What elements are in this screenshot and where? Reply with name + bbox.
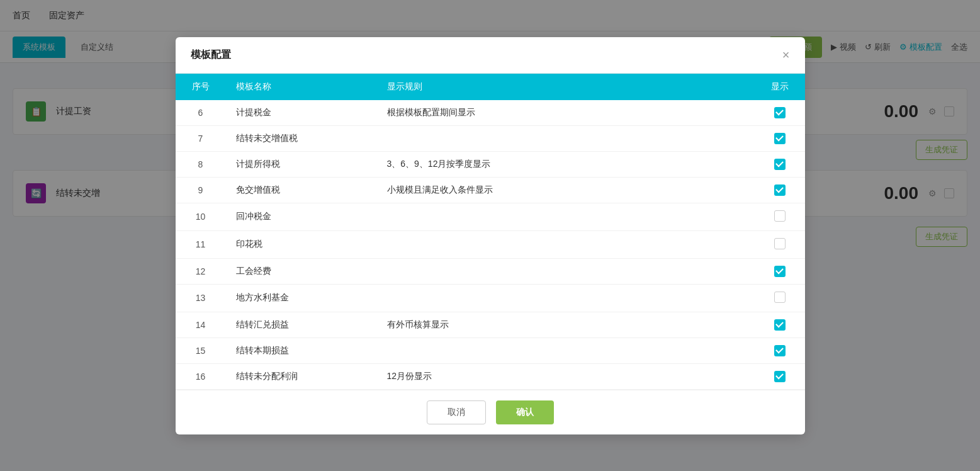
- cell-rule: [377, 338, 755, 363]
- close-icon[interactable]: ×: [782, 48, 790, 61]
- cell-name: 结转未交增值税: [226, 125, 377, 151]
- cell-seq: 6: [176, 100, 226, 126]
- table-row: 13地方水利基金: [176, 284, 805, 312]
- table-row: 9免交增值税小规模且满足收入条件显示: [176, 177, 805, 203]
- table-row: 10回冲税金: [176, 203, 805, 230]
- table-body: 6计提税金根据模板配置期间显示7结转未交增值税8计提所得税3、6、9、12月按季…: [176, 100, 805, 390]
- cell-seq: 7: [176, 125, 226, 151]
- checkbox-row-16[interactable]: [774, 371, 786, 382]
- cancel-button[interactable]: 取消: [427, 400, 486, 424]
- table-row: 11印花税: [176, 230, 805, 258]
- cell-rule: [377, 258, 755, 284]
- modal-header: 模板配置 ×: [176, 37, 805, 74]
- table-header: 序号 模板名称 显示规则 显示: [176, 74, 805, 100]
- cell-display: [755, 177, 805, 203]
- cell-seq: 9: [176, 177, 226, 203]
- table-row: 15结转本期损益: [176, 338, 805, 363]
- cell-seq: 12: [176, 258, 226, 284]
- col-name: 模板名称: [226, 74, 377, 100]
- cell-name: 计提所得税: [226, 151, 377, 177]
- cell-name: 结转本期损益: [226, 338, 377, 363]
- modal-overlay: 模板配置 × 序号 模板名称 显示规则 显示 6计提税金根据模板配置期间显示7结…: [0, 0, 980, 471]
- checkbox-row-12[interactable]: [774, 266, 786, 277]
- col-seq: 序号: [176, 74, 226, 100]
- checkbox-row-9[interactable]: [774, 184, 786, 196]
- table-row: 12工会经费: [176, 258, 805, 284]
- table-row: 6计提税金根据模板配置期间显示: [176, 100, 805, 126]
- cell-display: [755, 258, 805, 284]
- cell-display: [755, 312, 805, 338]
- cell-name: 免交增值税: [226, 177, 377, 203]
- config-table: 序号 模板名称 显示规则 显示 6计提税金根据模板配置期间显示7结转未交增值税8…: [176, 74, 805, 390]
- cell-name: 地方水利基金: [226, 284, 377, 312]
- checkbox-row-14[interactable]: [774, 319, 786, 331]
- cell-seq: 15: [176, 338, 226, 363]
- cell-name: 印花税: [226, 230, 377, 258]
- cell-rule: 12月份显示: [377, 363, 755, 389]
- checkbox-row-7[interactable]: [774, 133, 786, 144]
- cell-seq: 10: [176, 203, 226, 230]
- cell-rule: 有外币核算显示: [377, 312, 755, 338]
- cell-display: [755, 203, 805, 230]
- checkbox-row-6[interactable]: [774, 107, 786, 118]
- checkbox-row-8[interactable]: [774, 159, 786, 170]
- table-row: 7结转未交增值税: [176, 125, 805, 151]
- table-row: 16结转未分配利润12月份显示: [176, 363, 805, 389]
- cell-rule: [377, 203, 755, 230]
- cell-name: 计提税金: [226, 100, 377, 126]
- cell-seq: 8: [176, 151, 226, 177]
- cell-display: [755, 363, 805, 389]
- checkbox-row-10[interactable]: [774, 210, 786, 222]
- col-rule: 显示规则: [377, 74, 755, 100]
- col-display: 显示: [755, 74, 805, 100]
- checkbox-row-13[interactable]: [774, 292, 786, 303]
- cell-rule: 小规模且满足收入条件显示: [377, 177, 755, 203]
- config-table-wrapper[interactable]: 序号 模板名称 显示规则 显示 6计提税金根据模板配置期间显示7结转未交增值税8…: [176, 74, 805, 390]
- cell-rule: [377, 230, 755, 258]
- modal-title: 模板配置: [191, 48, 231, 62]
- cell-rule: 3、6、9、12月按季度显示: [377, 151, 755, 177]
- cell-display: [755, 284, 805, 312]
- cell-display: [755, 338, 805, 363]
- table-row: 14结转汇兑损益有外币核算显示: [176, 312, 805, 338]
- cell-seq: 16: [176, 363, 226, 389]
- cell-rule: [377, 284, 755, 312]
- template-config-modal: 模板配置 × 序号 模板名称 显示规则 显示 6计提税金根据模板配置期间显示7结…: [176, 37, 805, 434]
- cell-name: 回冲税金: [226, 203, 377, 230]
- cell-display: [755, 100, 805, 126]
- cell-seq: 14: [176, 312, 226, 338]
- cell-display: [755, 151, 805, 177]
- cell-name: 工会经费: [226, 258, 377, 284]
- confirm-button[interactable]: 确认: [496, 400, 554, 424]
- cell-seq: 13: [176, 284, 226, 312]
- modal-footer: 取消 确认: [176, 390, 805, 434]
- cell-display: [755, 125, 805, 151]
- table-row: 8计提所得税3、6、9、12月按季度显示: [176, 151, 805, 177]
- cell-name: 结转汇兑损益: [226, 312, 377, 338]
- cell-name: 结转未分配利润: [226, 363, 377, 389]
- cell-rule: [377, 125, 755, 151]
- cell-display: [755, 230, 805, 258]
- checkbox-row-15[interactable]: [774, 345, 786, 356]
- cell-seq: 11: [176, 230, 226, 258]
- cell-rule: 根据模板配置期间显示: [377, 100, 755, 126]
- checkbox-row-11[interactable]: [774, 238, 786, 249]
